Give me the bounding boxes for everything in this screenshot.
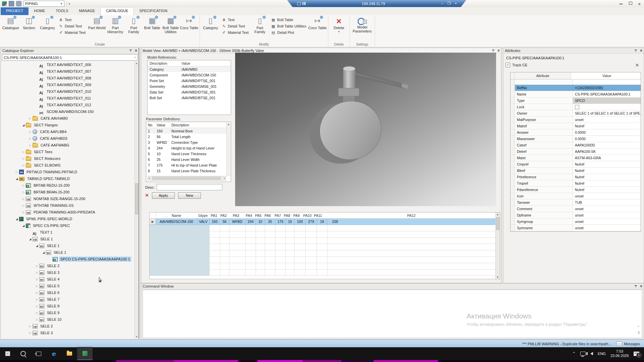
close-icon[interactable]: × xyxy=(455,1,457,6)
language-indicator[interactable]: ENG xyxy=(598,352,606,356)
ribbon-button[interactable]: Bolt Table Utilities xyxy=(161,16,180,41)
expander-icon[interactable] xyxy=(28,130,33,133)
ribbon-small-button[interactable]: Detail Plot xyxy=(271,30,306,35)
attribute-value[interactable]: Nulref xyxy=(573,168,641,174)
tree-item[interactable]: TEXT AAVWBD/TEXT_012 xyxy=(1,102,135,108)
expander-icon[interactable] xyxy=(21,191,26,194)
tree-item[interactable]: TEXT AAVWBD/TEXT_009 xyxy=(1,81,135,88)
pin-icon[interactable] xyxy=(635,285,637,288)
attribute-value[interactable]: Nulref xyxy=(573,174,641,180)
expander-icon[interactable] xyxy=(21,157,26,160)
tree-item[interactable]: SELE 5 xyxy=(1,283,135,289)
tree-item[interactable]: BRTAB REDU-15-200 xyxy=(1,182,135,189)
attribute-value[interactable]: unset xyxy=(573,219,641,225)
grid-empty-row[interactable] xyxy=(150,269,500,276)
ribbon-button[interactable]: Catalogue xyxy=(1,16,20,41)
grid-cell[interactable]: 25 xyxy=(265,219,275,225)
attribute-value[interactable]: CS-PIPE-SPEC/AAASKAAPA100:1 xyxy=(573,91,641,97)
tree-item[interactable]: BRTAB BRAN-15-200 xyxy=(1,189,135,195)
tree-item[interactable]: NOMTAB SIZE-RANGE-15-200 xyxy=(1,195,135,202)
restore-icon[interactable]: ❒ xyxy=(447,1,451,6)
grid-column-header[interactable]: PA8 xyxy=(283,213,291,218)
expander-icon[interactable] xyxy=(21,204,26,207)
network-icon[interactable] xyxy=(580,352,586,356)
attribute-row[interactable]: Detref AAPA100-SK xyxy=(511,148,641,155)
tree-item[interactable]: TEXT AAVWBD/TEXT_010 xyxy=(1,88,135,95)
apply-button[interactable]: Apply xyxy=(152,192,175,199)
tree-item[interactable]: CATE AAFWABG xyxy=(1,142,135,148)
attribute-value[interactable]: 0.0000 xyxy=(573,136,641,142)
restore-icon[interactable] xyxy=(629,1,633,5)
attribute-row[interactable]: Cmpref Nulref xyxy=(511,161,641,168)
attribute-value[interactable]: AAPA100-SK xyxy=(573,148,641,155)
volume-icon[interactable] xyxy=(590,352,593,355)
ribbon-button[interactable]: Bolt Table xyxy=(143,16,161,41)
table-row[interactable]: Component /AAVWBD/SCOM-150 xyxy=(148,72,231,78)
attribute-row[interactable]: Owner SELEC 1 of SELEC 1 of SELEC 1 of S… xyxy=(511,110,641,117)
pin-icon[interactable] xyxy=(492,49,495,52)
attribute-value[interactable]: Nulref xyxy=(573,187,641,193)
ribbon-button[interactable]: Coco Table xyxy=(308,16,327,41)
scrollbar-thumb[interactable] xyxy=(152,177,221,180)
expander-icon[interactable] xyxy=(28,325,33,328)
grid-cell[interactable]: 175 xyxy=(275,219,286,225)
pin-icon[interactable] xyxy=(297,2,301,5)
attribute-value[interactable] xyxy=(573,104,641,110)
tree-item[interactable]: TEXT AAVWBD/TEXT_007 xyxy=(1,68,135,75)
attribute-value[interactable]: unset xyxy=(573,225,641,231)
attribute-row[interactable]: Symname unset xyxy=(511,225,641,231)
attribute-row[interactable]: Prtreference Nulref xyxy=(511,174,641,180)
grid-selected-row[interactable]: ▶ AAVWBD/SCOM-150 VALV 150 56 WFBD 244 1… xyxy=(150,219,500,225)
grid-empty-row[interactable] xyxy=(150,238,500,244)
attribute-row[interactable]: Bltref Nulref xyxy=(511,168,641,174)
tree-item[interactable]: PRTWLD TRAINING.PRTWLD xyxy=(1,169,135,175)
messages-label[interactable]: Messages xyxy=(624,342,640,346)
tree-item[interactable]: SECT Tees xyxy=(1,148,135,155)
attribute-row[interactable]: Comment unset xyxy=(511,206,641,212)
command-input-area[interactable]: Активация Windows Чтобы активировать Win… xyxy=(143,290,642,338)
expander-icon[interactable] xyxy=(14,177,19,180)
attribute-value[interactable]: AAPA100DD xyxy=(573,142,641,148)
ribbon-button[interactable]: Part Hierarchy xyxy=(106,16,124,41)
scrollbar-thumb[interactable] xyxy=(135,183,138,214)
table-row[interactable]: 7 175 Ht to top of Hand Lever Plate xyxy=(146,162,231,168)
attribute-row[interactable]: Answer 0.0000 xyxy=(511,129,641,136)
attribute-row[interactable]: Catref AAPA100DD xyxy=(511,142,641,148)
expander-icon[interactable] xyxy=(28,117,33,120)
grid-column-header[interactable]: Gtype xyxy=(197,213,209,218)
ribbon-tab[interactable]: SPECIFICATION xyxy=(134,7,173,15)
tree-item[interactable]: TEXT AAVWBD/TEXT_006 xyxy=(1,61,135,68)
grid-column-header[interactable]: PA2 xyxy=(219,213,228,218)
table-row[interactable]: Point Set /AAVWBD/PTSE_001 xyxy=(148,78,231,83)
ribbon-small-button[interactable]: Text xyxy=(59,17,86,22)
3d-viewport[interactable] xyxy=(235,53,496,206)
expander-icon[interactable] xyxy=(28,144,33,147)
customize-toolbar-icon[interactable]: ▾ xyxy=(69,2,70,5)
grid-column-header[interactable]: PA4 xyxy=(244,213,254,218)
start-button[interactable] xyxy=(0,347,15,360)
grid-empty-row[interactable] xyxy=(150,231,500,238)
active-app-button[interactable] xyxy=(77,347,93,360)
tree-item[interactable]: SPCO CS-PIPE-SPEC/AAASKAAPA100 1 xyxy=(1,256,135,262)
new-button[interactable]: New xyxy=(178,192,201,199)
tree-item[interactable]: SELE 1 xyxy=(1,249,135,256)
clock[interactable]: 7:53 23.06.2025 xyxy=(610,349,629,358)
expander-icon[interactable] xyxy=(28,331,33,335)
expander-icon[interactable] xyxy=(35,278,39,281)
expander-icon[interactable] xyxy=(28,137,33,140)
expander-icon[interactable] xyxy=(14,218,19,221)
attribute-value[interactable]: unset xyxy=(573,193,641,199)
expander-icon[interactable] xyxy=(35,305,39,308)
grid-cell[interactable]: 150 xyxy=(210,219,220,225)
pin-icon[interactable] xyxy=(129,49,132,52)
task-view-button[interactable] xyxy=(31,347,46,360)
ribbon-button[interactable]: Section xyxy=(20,16,38,41)
ribbon-small-button[interactable]: Detail Text xyxy=(222,23,249,29)
expander-icon[interactable] xyxy=(35,271,39,274)
tree-item[interactable]: SECT ELBOWS xyxy=(1,162,135,169)
desc-input[interactable] xyxy=(157,184,222,190)
module-combo[interactable]: PIPING ▼ xyxy=(23,1,64,7)
grid-scrollbar[interactable]: ▲ ▼ xyxy=(495,213,500,279)
attribute-row[interactable]: Icon unset xyxy=(511,193,641,199)
grid-column-header[interactable]: PA6 xyxy=(263,213,273,218)
